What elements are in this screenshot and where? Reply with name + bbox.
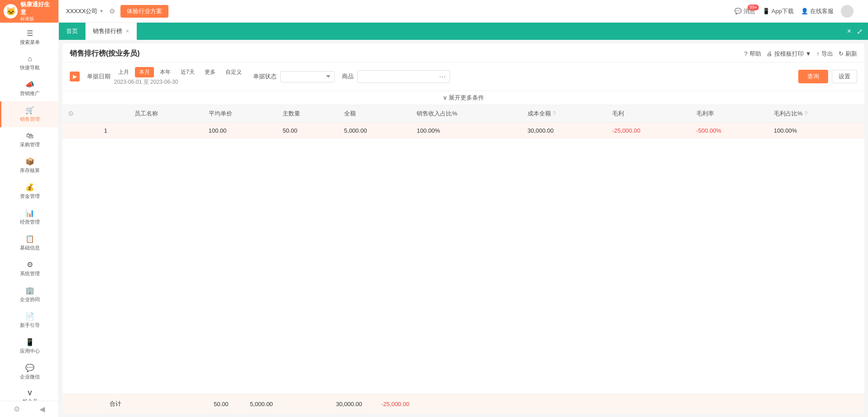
col-gross-rate: 毛利率	[691, 105, 769, 123]
footer-cost: 30,000.00	[331, 399, 376, 409]
settings-button[interactable]: 设置	[832, 70, 857, 83]
goods-filter: 商品 ···	[342, 70, 450, 83]
logo-text: 畅康通好生意 标准版	[20, 1, 55, 22]
company-name: XXXXX公司	[66, 7, 97, 15]
content-area: 销售排行榜(按业务员) ? 帮助 🖨 按模板打印 ▼ ↑ 导出	[59, 40, 868, 417]
7days-button[interactable]: 近7天	[177, 67, 199, 77]
footer-label	[68, 402, 104, 406]
company-selector[interactable]: XXXXX公司 ▼	[66, 7, 104, 15]
expand-more-bar[interactable]: ∨ 展开更多条件	[62, 91, 864, 105]
topbar-right: 💬 消息 99+ 📱 App下载 👤 在线客服	[734, 5, 861, 18]
col-gross: 毛利	[607, 105, 691, 123]
filter-collapse-button[interactable]: ▶	[70, 72, 80, 81]
collapse-icon[interactable]: ◀	[39, 405, 45, 413]
col-quantity: 主数量	[277, 105, 339, 123]
col-gross-pct: 毛利占比% ?	[768, 105, 864, 123]
cell-gross-pct: 100.00%	[768, 123, 864, 139]
message-button[interactable]: 💬 消息 99+	[734, 7, 755, 15]
page-header: 销售排行榜(按业务员) ? 帮助 🖨 按模板打印 ▼ ↑ 导出	[62, 43, 864, 62]
sidebar-item-operation[interactable]: 📊 经营管理	[0, 204, 58, 230]
sidebar-item-member[interactable]: V 畅会员	[0, 385, 58, 401]
print-button[interactable]: 🖨 按模板打印 ▼	[767, 50, 811, 58]
sidebar-item-apps[interactable]: 📱 应用中心	[0, 333, 58, 359]
footer-gross: -25,000.00	[376, 399, 421, 409]
sidebar-item-finance[interactable]: 💰 资金管理	[0, 178, 58, 204]
refresh-button[interactable]: ↻ 刷新	[839, 50, 857, 58]
sidebar-item-purchase[interactable]: 🛍 采购管理	[0, 127, 58, 153]
tab-home[interactable]: 首页	[59, 23, 86, 40]
col-sales-pct: 销售收入占比%	[411, 105, 522, 123]
page-container: 销售排行榜(按业务员) ? 帮助 🖨 按模板打印 ▼ ↑ 导出	[62, 43, 864, 413]
avatar[interactable]	[841, 5, 854, 18]
settings-icon[interactable]: ⚙	[109, 7, 115, 15]
window-close-icon[interactable]: ×	[847, 27, 851, 35]
help-button[interactable]: ? 帮助	[744, 50, 761, 58]
cell-name	[129, 123, 203, 139]
custom-date-button[interactable]: 自定义	[221, 67, 246, 77]
date-filter-group: 单据日期 上月 本月 本年 近7天 更多 自定义 2023-06-01 至 20…	[87, 67, 246, 86]
app-icon: 📱	[762, 8, 770, 14]
service-icon: 👤	[801, 8, 808, 14]
date-range-display: 2023-06-01 至 2023-06-30	[114, 78, 246, 86]
message-icon: 💬	[734, 8, 742, 14]
window-expand-icon[interactable]: ⤢	[857, 27, 863, 36]
trial-button[interactable]: 体验行业方案	[120, 5, 168, 18]
status-label: 单据状态	[253, 72, 277, 81]
footer-avg-price	[168, 402, 208, 406]
online-service-button[interactable]: 👤 在线客服	[801, 7, 834, 15]
more-icon[interactable]: ···	[439, 72, 446, 81]
data-table: ⚙ 员工名称 平均单价 主数量 全额 销售收入占比% 成本全额 ?	[62, 105, 864, 139]
inventory-icon: 📦	[25, 157, 34, 166]
cell-settings	[62, 123, 99, 139]
curr-month-button[interactable]: 本月	[135, 67, 154, 77]
message-badge: 99+	[748, 5, 759, 10]
goods-input[interactable]	[361, 73, 437, 80]
cost-help-icon[interactable]: ?	[553, 110, 556, 117]
page-actions: ? 帮助 🖨 按模板打印 ▼ ↑ 导出 ↻ 刷新	[744, 50, 857, 58]
sidebar-item-system[interactable]: ⚙ 系统管理	[0, 256, 58, 282]
basic-icon: 📋	[25, 235, 34, 243]
col-amount: 全额	[339, 105, 412, 123]
settings-bottom-icon[interactable]: ⚙	[14, 405, 20, 413]
coop-icon: 🏢	[25, 286, 34, 295]
filter-arrow-icon: ▶	[73, 73, 77, 80]
cell-gross: -25,000.00	[607, 123, 691, 139]
purchase-icon: 🛍	[26, 132, 34, 140]
footer-quantity: 50.00	[208, 399, 245, 409]
topbar: XXXXX公司 ▼ ⚙ 体验行业方案 💬 消息 99+ 📱 App下载 👤 在线…	[59, 0, 868, 23]
search-menu-icon: ☰	[27, 29, 33, 38]
column-settings-icon[interactable]: ⚙	[68, 110, 74, 117]
sidebar-item-inventory[interactable]: 📦 库存核算	[0, 153, 58, 178]
tab-close-icon[interactable]: ×	[126, 28, 129, 34]
footer-total-label: 合计	[104, 398, 168, 410]
more-date-button[interactable]: 更多	[201, 67, 220, 77]
cell-amount: 5,000.00	[339, 123, 412, 139]
app-download-button[interactable]: 📱 App下载	[762, 7, 794, 15]
year-button[interactable]: 本年	[156, 67, 175, 77]
sidebar-bottom: ⚙ ◀	[0, 401, 58, 417]
sidebar-item-marketing[interactable]: 📣 营销推广	[0, 76, 58, 101]
query-button[interactable]: 查询	[798, 70, 828, 83]
sidebar-item-quicknav[interactable]: ⌂ 快捷导航	[0, 50, 58, 76]
sidebar-item-sales[interactable]: 🛒 销售管理	[0, 101, 58, 127]
sidebar-item-basic[interactable]: 📋 基础信息	[0, 230, 58, 256]
gross-pct-help-icon[interactable]: ?	[804, 110, 807, 117]
refresh-icon: ↻	[839, 50, 844, 57]
tab-sales-rank[interactable]: 销售排行榜 ×	[86, 23, 137, 40]
sidebar-item-search[interactable]: ☰ 搜索菜单	[0, 24, 58, 50]
logo-icon: 🐱	[4, 4, 18, 19]
prev-month-button[interactable]: 上月	[114, 67, 133, 77]
sidebar-item-wechat[interactable]: 💬 企业微信	[0, 359, 58, 385]
goods-input-wrap: ···	[357, 70, 450, 83]
status-filter: 单据状态	[253, 71, 335, 82]
page-title: 销售排行榜(按业务员)	[70, 49, 140, 58]
export-button[interactable]: ↑ 导出	[817, 50, 834, 58]
sidebar-item-guide[interactable]: 📄 新手引导	[0, 307, 58, 333]
goods-label: 商品	[342, 72, 354, 81]
status-select[interactable]	[280, 71, 335, 82]
footer-amount: 5,000.00	[245, 399, 285, 409]
date-filter-col: 上月 本月 本年 近7天 更多 自定义 2023-06-01 至 2023-06…	[114, 67, 246, 86]
sidebar-item-coop[interactable]: 🏢 企业协同	[0, 282, 58, 307]
member-icon: V	[28, 389, 32, 397]
col-settings: ⚙	[62, 105, 99, 123]
